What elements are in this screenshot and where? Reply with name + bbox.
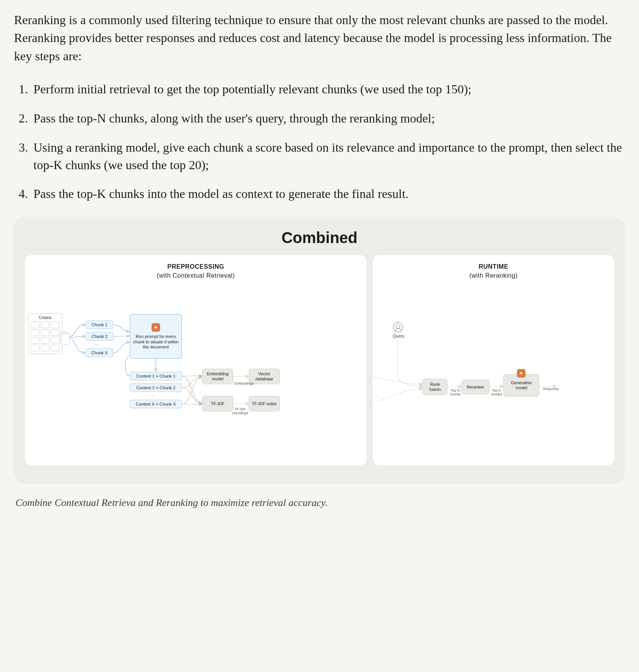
embeddings-label: Embeddings	[233, 382, 255, 386]
chunk-ellipsis: …	[95, 341, 99, 346]
sparkle-icon: ✦	[517, 369, 526, 378]
chunk-x: Chunk X	[86, 348, 113, 357]
reranker-node: Reranker	[461, 380, 489, 394]
response-label: Response	[541, 387, 561, 391]
step-1: Perform initial retrieval to get the top…	[31, 80, 625, 98]
diagram-card: Combined PREPROCESSING (with Contextual …	[14, 217, 625, 484]
card-title: Combined	[25, 229, 614, 247]
query-label: Query	[391, 334, 406, 338]
runtime-panel: RUNTIME (with Reranking) Query Rank fusi…	[373, 255, 614, 465]
step-3: Using a reranking model, give each chunk…	[31, 139, 625, 174]
right-wires	[373, 255, 614, 465]
context-2: Context 2 + Chunk 2	[130, 383, 182, 392]
sparkle-icon: ✦	[152, 323, 160, 332]
corpus-label: Corpus	[28, 315, 62, 320]
preprocessing-panel: PREPROCESSING (with Contextual Retrieval…	[25, 255, 367, 465]
prompt-box: ✦ Run prompt for every chunk to situate …	[130, 314, 182, 359]
tfidf-node: TF-IDF	[202, 396, 233, 411]
top-n-label: Top N chunks	[447, 389, 463, 397]
step-2: Pass the top-N chunks, along with the us…	[31, 110, 625, 127]
left-wires	[25, 255, 367, 465]
left-heading: PREPROCESSING	[25, 262, 367, 271]
context-1: Context 1 + Chunk 1	[130, 372, 182, 380]
prompt-box-text: Run prompt for every chunk to situate it…	[133, 334, 179, 350]
intro-paragraph: Reranking is a commonly used filtering t…	[14, 11, 625, 65]
steps-list: Perform initial retrieval to get the top…	[14, 80, 625, 203]
document-stack-icon	[59, 331, 69, 345]
user-icon	[393, 322, 403, 332]
context-ellipsis: …	[151, 393, 155, 397]
right-subheading: (with Reranking)	[373, 271, 614, 280]
step-4: Pass the top-K chunks into the model as …	[31, 185, 625, 203]
chunk-2: Chunk 2	[86, 332, 113, 341]
corpus-grid-icon	[31, 322, 59, 351]
rank-fusion-node: Rank fusion	[423, 379, 447, 395]
left-subheading: (with Contextual Retrieval)	[25, 271, 367, 280]
context-x: Context X + Chunk X	[130, 400, 182, 408]
generative-model-node: ✦ Generative model	[503, 374, 539, 397]
chunk-1: Chunk 1	[86, 320, 113, 329]
embedding-model-node: Embedding model	[202, 369, 233, 384]
tfidf-encodings-label: TF-IDF encodings	[230, 408, 250, 415]
generative-model-text: Generative model	[506, 380, 536, 390]
right-heading: RUNTIME	[373, 262, 614, 271]
top-k-label: Top K chunks	[489, 389, 504, 397]
corpus-node: Corpus	[28, 313, 62, 354]
tfidf-index-node: TF-IDF index	[249, 396, 280, 411]
figure-caption: Combine Contextual Retrieva and Rerankin…	[16, 497, 623, 509]
